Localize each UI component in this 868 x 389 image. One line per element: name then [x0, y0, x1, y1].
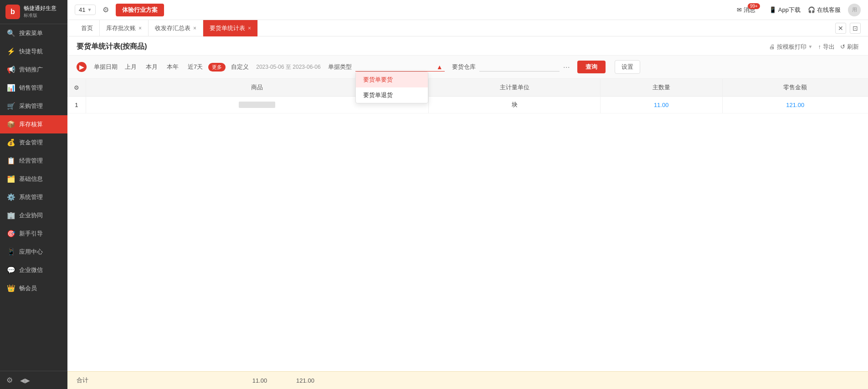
sidebar-item-wecom[interactable]: 💬 企业微信: [0, 261, 67, 279]
sidebar-label-system: 系统管理: [19, 193, 43, 201]
tabs-expand-btn[interactable]: ⊡: [850, 23, 861, 34]
footer-retail-amount: 121.00: [282, 377, 328, 384]
sidebar-item-purchase[interactable]: 🛒 采购管理: [0, 97, 67, 115]
tab-requisition-close[interactable]: ×: [248, 25, 251, 31]
date-opt-this-year[interactable]: 本年: [163, 62, 182, 72]
date-opt-more[interactable]: 更多: [208, 63, 226, 72]
table-container: ⚙ 商品 主计量单位 主数量 零售金额 1 块: [67, 79, 868, 371]
date-opt-custom[interactable]: 自定义: [227, 62, 252, 72]
topbar-gear-btn[interactable]: ⚙: [99, 4, 112, 16]
footer-label: 合计: [73, 376, 164, 384]
app-download-icon: 📱: [769, 6, 776, 13]
date-opt-this-month[interactable]: 本月: [142, 62, 161, 72]
page-actions: 🖨 按模板打印 ▼ ↑ 导出 ↺ 刷新: [769, 43, 859, 51]
sidebar-item-inventory[interactable]: 📦 库存核算: [0, 115, 67, 133]
app-download-btn[interactable]: 📱 App下载: [769, 6, 801, 14]
sidebar-label-inventory: 库存核算: [19, 120, 43, 128]
sidebar-item-member[interactable]: 👑 畅会员: [0, 279, 67, 297]
sidebar-bottom: ⚙ ◀▶: [0, 371, 67, 389]
sidebar-label-enterprise: 企业协同: [19, 211, 43, 220]
settings-config-btn[interactable]: 设置: [615, 60, 640, 74]
sidebar-item-operations[interactable]: 📋 经营管理: [0, 152, 67, 170]
dropdown-item-requisition[interactable]: 要货单要货: [356, 72, 428, 87]
query-btn[interactable]: 查询: [577, 61, 606, 73]
store-selector[interactable]: 41 ▼: [75, 5, 96, 15]
inventory-icon: 📦: [6, 120, 15, 129]
sidebar-label-finance: 资金管理: [19, 138, 43, 147]
date-filter-group: 单据日期 上月 本月 本年 近7天 更多 自定义 2023-05-06 至 20…: [94, 62, 321, 72]
tab-requisition[interactable]: 要货单统计表 ×: [203, 20, 258, 36]
trial-btn[interactable]: 体验行业方案: [116, 4, 164, 16]
sidebar-item-marketing[interactable]: 📢 营销推广: [0, 61, 67, 79]
tab-summary-close[interactable]: ×: [193, 25, 196, 31]
date-opt-last-7-days[interactable]: 近7天: [184, 62, 206, 72]
sidebar-label-sales: 销售管理: [19, 84, 43, 92]
sidebar-item-search[interactable]: 🔍 搜索菜单: [0, 24, 67, 42]
print-btn[interactable]: 🖨 按模板打印 ▼: [769, 43, 813, 51]
print-arrow-icon: ▼: [808, 44, 813, 49]
sidebar-item-guide[interactable]: 🎯 新手引导: [0, 225, 67, 243]
dropdown-item-return[interactable]: 要货单退货: [356, 87, 428, 103]
tab-batch-ledger-close[interactable]: ×: [139, 25, 142, 31]
app-logo: b 畅捷通好生意 标准版: [0, 0, 67, 24]
user-avatar[interactable]: 用: [848, 4, 861, 16]
warehouse-input-wrapper: [479, 62, 560, 72]
tab-summary[interactable]: 收发存汇总表 ×: [149, 20, 203, 36]
retail-amount-link[interactable]: 121.00: [786, 102, 804, 108]
tab-home-label: 首页: [81, 24, 93, 32]
apps-icon: 📱: [6, 247, 15, 256]
date-opt-last-month[interactable]: 上月: [121, 62, 140, 72]
sidebar-item-enterprise[interactable]: 🏢 企业协同: [0, 206, 67, 225]
footer-qty: 11.00: [237, 377, 282, 384]
main-area: 41 ▼ ⚙ 体验行业方案 ✉ 消息 99+ 📱 App下载 🎧 在线客服 用: [67, 0, 868, 389]
cell-qty: 11.00: [600, 97, 722, 113]
type-filter-input[interactable]: [355, 62, 445, 72]
message-icon: ✉: [737, 6, 742, 13]
type-dropdown-arrow[interactable]: ▲: [437, 63, 443, 71]
topbar: 41 ▼ ⚙ 体验行业方案 ✉ 消息 99+ 📱 App下载 🎧 在线客服 用: [67, 0, 868, 20]
filter-toggle-btn[interactable]: ▶: [77, 62, 87, 72]
sidebar-item-basic[interactable]: 🗂️ 基础信息: [0, 170, 67, 188]
message-btn[interactable]: ✉ 消息 99+: [737, 6, 755, 14]
refresh-icon: ↺: [840, 43, 845, 50]
cell-retail-amount: 121.00: [722, 97, 868, 113]
col-header-settings[interactable]: ⚙: [67, 79, 86, 97]
sidebar-collapse-btn[interactable]: ◀▶: [20, 377, 30, 384]
tab-requisition-label: 要货单统计表: [210, 24, 245, 32]
qty-link[interactable]: 11.00: [654, 102, 669, 108]
online-service-label: 在线客服: [817, 6, 841, 14]
refresh-btn[interactable]: ↺ 刷新: [840, 43, 859, 51]
type-select-container: ▲ 要货单要货 要货单退货: [355, 62, 445, 72]
sidebar-label-member: 畅会员: [19, 284, 37, 292]
data-table: ⚙ 商品 主计量单位 主数量 零售金额 1 块: [67, 79, 868, 113]
tab-home[interactable]: 首页: [75, 20, 100, 36]
sidebar-settings-icon[interactable]: ⚙: [6, 376, 13, 384]
warehouse-filter-label: 要货仓库: [452, 63, 476, 71]
member-icon: 👑: [6, 284, 15, 293]
export-btn[interactable]: ↑ 导出: [818, 43, 835, 51]
page-title: 要货单统计表(按商品): [77, 42, 147, 51]
app-name: 畅捷通好生意: [24, 5, 56, 12]
sidebar-item-system[interactable]: ⚙️ 系统管理: [0, 188, 67, 206]
tab-batch-ledger[interactable]: 库存批次账 ×: [100, 20, 149, 36]
sidebar-item-finance[interactable]: 💰 资金管理: [0, 133, 67, 152]
cell-unit: 块: [429, 97, 600, 113]
system-icon: ⚙️: [6, 193, 15, 202]
online-service-btn[interactable]: 🎧 在线客服: [808, 6, 841, 14]
sidebar-item-sales[interactable]: 📊 销售管理: [0, 79, 67, 97]
refresh-label: 刷新: [847, 43, 859, 51]
date-range-text: 2023-05-06 至 2023-06-06: [256, 63, 320, 71]
logo-icon: b: [5, 5, 20, 19]
basic-icon: 🗂️: [6, 174, 15, 184]
cell-index: 1: [67, 97, 86, 113]
warehouse-input[interactable]: [481, 63, 558, 70]
topbar-right: ✉ 消息 99+ 📱 App下载 🎧 在线客服 用: [737, 4, 861, 16]
table-row: 1 块 11.00 121.00: [67, 97, 868, 113]
sidebar-item-quick-nav[interactable]: ⚡ 快捷导航: [0, 42, 67, 61]
operations-icon: 📋: [6, 156, 15, 165]
tabs-close-all-btn[interactable]: ✕: [835, 23, 846, 34]
sidebar-item-apps[interactable]: 📱 应用中心: [0, 243, 67, 261]
store-name: 41: [79, 6, 85, 13]
more-filters-btn[interactable]: ···: [563, 62, 570, 72]
purchase-icon: 🛒: [6, 102, 15, 111]
